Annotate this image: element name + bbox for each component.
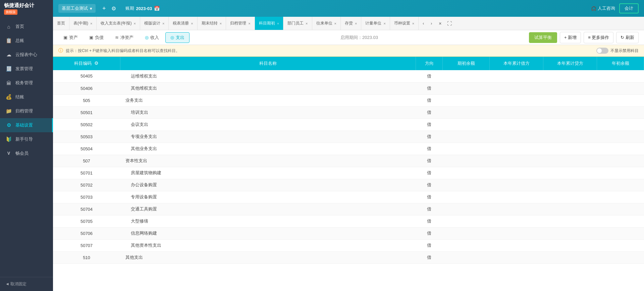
hint-bar: ⓘ 提示：按Ctrl + F键并输入科目编码或者科目名称可以查找科目。 不显示禁… bbox=[53, 45, 644, 57]
sidebar-item-reports[interactable]: ☁ 云报表中心 bbox=[0, 48, 53, 62]
cell-code: 50502 bbox=[53, 118, 120, 131]
refresh-button[interactable]: ↻ 刷新 bbox=[616, 32, 639, 43]
tab-close-icon[interactable]: × bbox=[162, 21, 164, 26]
tab-interim[interactable]: 表(中期) × bbox=[69, 17, 97, 30]
table-row[interactable]: 50405 运维维权支出 借 bbox=[53, 70, 644, 82]
sidebar-item-label: 发票管理 bbox=[15, 66, 33, 72]
tab-dept[interactable]: 部门员工 × bbox=[283, 17, 312, 30]
collapse-label: ◄ 取消固定 bbox=[5, 281, 26, 287]
cell-name: 业务支出 bbox=[120, 94, 416, 106]
tab-next-button[interactable]: › bbox=[427, 17, 435, 30]
tab-close-icon[interactable]: × bbox=[220, 21, 222, 26]
app-name: 畅捷通好会计 bbox=[4, 2, 34, 9]
cell-ytd-credit bbox=[543, 191, 597, 203]
sub-tab-income[interactable]: ◎ 收入 bbox=[140, 32, 164, 43]
sub-tab-assets[interactable]: ▣ 资产 bbox=[58, 32, 83, 43]
table-row[interactable]: 50501 培训支出 借 bbox=[53, 106, 644, 118]
hint-text: 提示：按Ctrl + F键并输入科目编码或者科目名称可以查找科目。 bbox=[66, 48, 180, 54]
table-row[interactable]: 50406 其他维权支出 借 bbox=[53, 82, 644, 94]
cell-year-begin bbox=[597, 82, 644, 94]
sidebar-item-member[interactable]: V 畅会员 bbox=[0, 146, 53, 160]
tab-archive[interactable]: 归档管理 × bbox=[226, 17, 255, 30]
settings-btn[interactable]: ⚙ bbox=[111, 5, 116, 12]
table-row[interactable]: 50502 会议支出 借 bbox=[53, 118, 644, 131]
warning-icon: ⓘ bbox=[58, 48, 63, 54]
cell-year-begin bbox=[597, 70, 644, 82]
cell-ytd-debit bbox=[490, 82, 543, 94]
tab-close-all-button[interactable]: × bbox=[435, 17, 445, 30]
more-button[interactable]: ≡ 更多操作 bbox=[584, 32, 613, 43]
sidebar-item-ledger[interactable]: 📋 总账 bbox=[0, 34, 53, 48]
table-row[interactable]: 50707 其他资本性支出 借 bbox=[53, 239, 644, 251]
tab-close-icon[interactable]: × bbox=[191, 21, 193, 26]
tab-close-icon[interactable]: × bbox=[277, 21, 279, 26]
tab-close-icon[interactable]: × bbox=[412, 21, 414, 26]
table-row[interactable]: 505 业务支出 借 bbox=[53, 94, 644, 106]
table-row[interactable]: 50504 其他业务支出 借 bbox=[53, 143, 644, 155]
cell-direction: 借 bbox=[416, 94, 443, 106]
tab-unit[interactable]: 计量单位 × bbox=[361, 17, 390, 30]
table-row[interactable]: 50705 大型修缮 借 bbox=[53, 215, 644, 227]
cell-direction: 借 bbox=[416, 251, 443, 263]
tab-subject-init[interactable]: 科目期初 × bbox=[255, 17, 283, 30]
balance-button[interactable]: 试算平衡 bbox=[529, 32, 557, 43]
tab-close-icon[interactable]: × bbox=[383, 21, 385, 26]
column-settings-icon[interactable]: ⚙ bbox=[94, 60, 99, 66]
sub-tab-label: 净资产 bbox=[120, 35, 133, 41]
tab-template[interactable]: 模版设计 × bbox=[140, 17, 169, 30]
table-row[interactable]: 510 其他支出 借 bbox=[53, 251, 644, 263]
tab-close-icon[interactable]: × bbox=[306, 21, 308, 26]
account-button[interactable]: 会计 bbox=[619, 3, 639, 13]
cell-year-begin bbox=[597, 179, 644, 191]
table-row[interactable]: 50702 办公设备购置 借 bbox=[53, 179, 644, 191]
sidebar-item-archive[interactable]: 📁 归档管理 bbox=[0, 104, 53, 118]
tab-close-icon[interactable]: × bbox=[334, 21, 336, 26]
cell-name: 运维维权支出 bbox=[120, 70, 416, 82]
table-row[interactable]: 507 资本性支出 借 bbox=[53, 155, 644, 167]
add-button[interactable]: + 新增 bbox=[560, 32, 581, 43]
sidebar-footer[interactable]: ◄ 取消固定 bbox=[0, 277, 53, 291]
cell-ytd-credit bbox=[543, 251, 597, 263]
sidebar-item-guide[interactable]: 🔰 新手引导 bbox=[0, 132, 53, 146]
tab-prev-button[interactable]: ‹ bbox=[419, 17, 427, 30]
subject-table: 科目编码 ⚙ 科目名称 方向 期初余额 本年累计借方 本年累计贷方 年初余额 5… bbox=[53, 57, 644, 264]
sidebar-item-settlement[interactable]: 💰 结账 bbox=[0, 90, 53, 104]
sub-tab-liabilities[interactable]: ▣ 负债 bbox=[84, 32, 109, 43]
tab-close-icon[interactable]: × bbox=[90, 21, 92, 26]
sidebar-item-home[interactable]: ⌂ 首页 bbox=[0, 19, 53, 34]
company-selector[interactable]: 基层工会测试 ▾ bbox=[58, 4, 96, 13]
cell-ytd-credit bbox=[543, 70, 597, 82]
tab-expand-button[interactable]: ⛶ bbox=[445, 17, 454, 30]
table-row[interactable]: 50503 专项业务支出 借 bbox=[53, 131, 644, 143]
tab-period-end[interactable]: 期末结转 × bbox=[198, 17, 226, 30]
sub-tab-net-assets[interactable]: ≋ 净资产 bbox=[110, 32, 139, 43]
toggle-disabled-switch[interactable] bbox=[596, 48, 608, 54]
cell-direction: 借 bbox=[416, 215, 443, 227]
calendar-icon[interactable]: 📅 bbox=[154, 6, 160, 11]
tab-close-icon[interactable]: × bbox=[355, 21, 357, 26]
sidebar-item-invoice[interactable]: 🧾 发票管理 bbox=[0, 62, 53, 76]
sub-tab-expenditure[interactable]: ◎ 支出 bbox=[165, 32, 190, 43]
cell-name: 资本性支出 bbox=[120, 155, 416, 167]
sidebar-item-label: 畅会员 bbox=[15, 150, 29, 156]
tab-income[interactable]: 收入支出表(年报) × bbox=[97, 17, 140, 30]
tab-label: 表(中期) bbox=[73, 20, 88, 26]
tab-home[interactable]: 首页 bbox=[53, 17, 69, 30]
add-company-btn[interactable]: + bbox=[102, 5, 106, 12]
tab-currency[interactable]: 币种设置 × bbox=[390, 17, 419, 30]
cell-name: 办公设备购置 bbox=[120, 179, 416, 191]
table-row[interactable]: 50706 信息网络购建 借 bbox=[53, 227, 644, 239]
support-button[interactable]: 🎧 人工咨询 bbox=[591, 5, 615, 11]
table-row[interactable]: 50704 交通工具购置 借 bbox=[53, 203, 644, 215]
tab-close-icon[interactable]: × bbox=[248, 21, 250, 26]
table-row[interactable]: 50703 专用设备购置 借 bbox=[53, 191, 644, 203]
table-container[interactable]: 科目编码 ⚙ 科目名称 方向 期初余额 本年累计借方 本年累计贷方 年初余额 5… bbox=[53, 57, 644, 291]
sidebar-item-basic-settings[interactable]: ⚙ 基础设置 bbox=[0, 118, 53, 132]
tab-tax[interactable]: 税表清册 × bbox=[169, 17, 197, 30]
table-row[interactable]: 50701 房屋建筑物购建 借 bbox=[53, 167, 644, 179]
sidebar-item-tax[interactable]: 🏛 税务管理 bbox=[0, 76, 53, 90]
tab-inventory[interactable]: 存货 × bbox=[341, 17, 361, 30]
tab-close-icon[interactable]: × bbox=[133, 21, 136, 26]
tab-counterpart[interactable]: 往来单位 × bbox=[312, 17, 341, 30]
cell-ytd-debit bbox=[490, 191, 543, 203]
